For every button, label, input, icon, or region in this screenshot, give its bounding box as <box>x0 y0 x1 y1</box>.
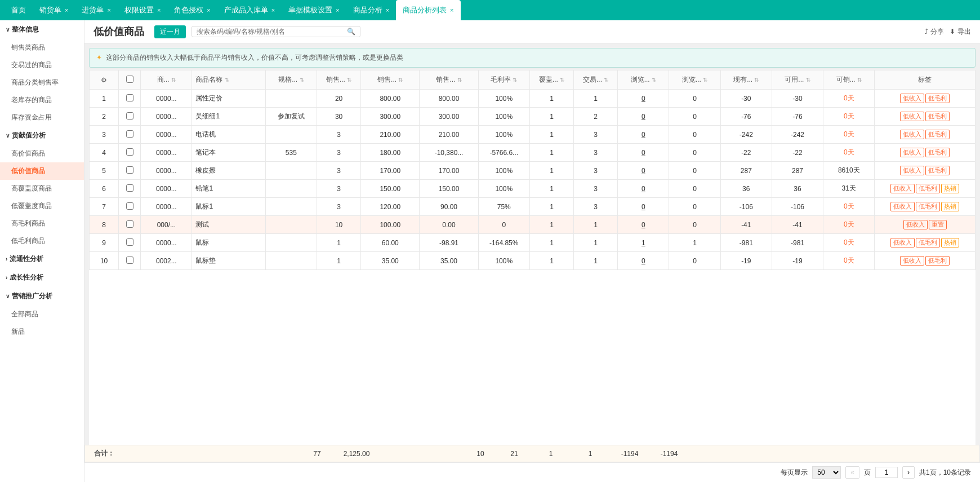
search-input[interactable] <box>197 28 347 36</box>
row-checkbox-cell[interactable] <box>119 90 141 108</box>
page-input[interactable] <box>875 467 898 478</box>
row-checkbox[interactable] <box>126 238 133 246</box>
sidebar-item-high-value[interactable]: 高价值商品 <box>0 145 84 162</box>
nav-template[interactable]: 单据模板设置 × <box>282 0 346 20</box>
sidebar-item-high-coverage[interactable]: 高覆盖度商品 <box>0 180 84 197</box>
share-button[interactable]: ⤴ 分享 <box>925 27 944 37</box>
row-checkbox-cell[interactable] <box>119 108 141 126</box>
row-view1-cell[interactable]: 0 <box>618 162 669 180</box>
row-checkbox-cell[interactable] <box>119 252 141 270</box>
th-margin[interactable]: 毛利率 ⇅ <box>478 70 529 90</box>
view1-link[interactable]: 0 <box>642 95 645 103</box>
nav-sales-close[interactable]: × <box>65 7 68 14</box>
row-checkbox-cell[interactable] <box>119 216 141 234</box>
th-sales-qty[interactable]: 销售... ⇅ <box>317 70 360 90</box>
nav-sales[interactable]: 销货单 × <box>33 0 75 20</box>
th-sales-amt[interactable]: 销售... ⇅ <box>361 70 420 90</box>
next-page-button[interactable]: › <box>902 466 915 479</box>
sidebar-item-low-coverage[interactable]: 低覆盖度商品 <box>0 197 84 215</box>
row-view1-cell[interactable]: 0 <box>618 144 669 162</box>
sidebar-item-stock-fund[interactable]: 库存资金占用 <box>0 109 84 126</box>
row-view1-cell[interactable]: 0 <box>618 108 669 126</box>
row-checkbox[interactable] <box>126 184 133 192</box>
th-code[interactable]: 商... ⇅ <box>141 70 192 90</box>
th-spec[interactable]: 规格... ⇅ <box>265 70 317 90</box>
row-view1-cell[interactable]: 0 <box>618 198 669 216</box>
view1-link[interactable]: 0 <box>642 185 645 193</box>
page-size-select[interactable]: 50 100 200 <box>812 466 841 479</box>
sidebar-item-high-margin[interactable]: 高毛利商品 <box>0 215 84 232</box>
row-checkbox[interactable] <box>126 112 133 120</box>
row-view1-cell[interactable]: 0 <box>618 126 669 144</box>
nav-permission-close[interactable]: × <box>157 7 161 14</box>
row-checkbox[interactable] <box>126 94 133 101</box>
nav-permission[interactable]: 权限设置 × <box>118 0 167 20</box>
sidebar-item-old-stock[interactable]: 老库存的商品 <box>0 91 84 109</box>
row-view1-cell[interactable]: 0 <box>618 180 669 198</box>
row-checkbox-cell[interactable] <box>119 180 141 198</box>
view1-link[interactable]: 0 <box>642 167 645 175</box>
nav-warehouse[interactable]: 产成品入库单 × <box>217 0 282 20</box>
th-sales-avg[interactable]: 销售... ⇅ <box>420 70 478 90</box>
view1-link[interactable]: 0 <box>642 149 645 157</box>
row-checkbox[interactable] <box>126 166 133 174</box>
sidebar-section-contribution[interactable]: ∨贡献值分析 <box>0 126 84 145</box>
row-checkbox[interactable] <box>126 202 133 210</box>
row-view1-cell[interactable]: 0 <box>618 90 669 108</box>
th-curr[interactable]: 现有... ⇅ <box>720 70 772 90</box>
time-filter-button[interactable]: 近一月 <box>154 25 186 38</box>
row-checkbox-cell[interactable] <box>119 126 141 144</box>
nav-analysis-close[interactable]: × <box>386 7 389 14</box>
sidebar-section-marketing[interactable]: ∨营销推广分析 <box>0 287 84 306</box>
sidebar-section-overall[interactable]: ∨整体信息 <box>0 20 84 39</box>
row-view1-cell[interactable]: 0 <box>618 216 669 234</box>
first-page-button[interactable]: « <box>845 466 859 479</box>
nav-analysis-list-close[interactable]: × <box>450 7 453 14</box>
row-checkbox[interactable] <box>126 257 133 264</box>
sidebar-item-all-products[interactable]: 全部商品 <box>0 306 84 323</box>
th-view2[interactable]: 浏览... ⇅ <box>669 70 720 90</box>
nav-template-close[interactable]: × <box>336 7 339 14</box>
nav-purchase[interactable]: 进货单 × <box>75 0 117 20</box>
th-cover[interactable]: 覆盖... ⇅ <box>529 70 573 90</box>
row-checkbox-cell[interactable] <box>119 234 141 252</box>
view1-link[interactable]: 0 <box>642 203 645 211</box>
th-settings[interactable]: ⚙ <box>90 70 119 90</box>
select-all-checkbox[interactable] <box>126 76 133 83</box>
sidebar-section-flow[interactable]: ›流通性分析 <box>0 250 84 268</box>
nav-role[interactable]: 角色授权 × <box>167 0 217 20</box>
view1-link[interactable]: 0 <box>642 257 645 265</box>
row-view1-cell[interactable]: 0 <box>618 252 669 270</box>
row-checkbox-cell[interactable] <box>119 144 141 162</box>
th-avail[interactable]: 可用... ⇅ <box>772 70 823 90</box>
nav-role-close[interactable]: × <box>207 7 210 14</box>
sidebar-item-new-products[interactable]: 新品 <box>0 323 84 341</box>
sidebar-item-category-rate[interactable]: 商品分类销售率 <box>0 74 84 91</box>
sidebar-item-sales-products[interactable]: 销售类商品 <box>0 39 84 56</box>
export-button[interactable]: ⬇ 导出 <box>950 27 971 37</box>
table-container[interactable]: ⚙ 商... ⇅ 商品名称 ⇅ 规格... ⇅ 销售... ⇅ 销售... ⇅ … <box>89 70 975 445</box>
nav-warehouse-close[interactable]: × <box>271 7 275 14</box>
view1-link[interactable]: 0 <box>642 221 645 229</box>
sidebar-section-growth[interactable]: ›成长性分析 <box>0 268 84 287</box>
th-checkbox[interactable] <box>119 70 141 90</box>
nav-purchase-close[interactable]: × <box>107 7 110 14</box>
nav-analysis[interactable]: 商品分析 × <box>346 0 396 20</box>
sidebar-item-low-value[interactable]: 低价值商品 <box>0 162 84 180</box>
view1-link[interactable]: 0 <box>642 131 645 139</box>
nav-analysis-list[interactable]: 商品分析列表 × <box>396 0 460 20</box>
nav-home[interactable]: 首页 <box>5 0 33 20</box>
row-checkbox[interactable] <box>126 130 133 138</box>
view1-link[interactable]: 1 <box>642 239 645 247</box>
row-checkbox-cell[interactable] <box>119 198 141 216</box>
row-checkbox-cell[interactable] <box>119 162 141 180</box>
th-name[interactable]: 商品名称 ⇅ <box>192 70 265 90</box>
search-icon[interactable]: 🔍 <box>347 28 355 36</box>
row-checkbox[interactable] <box>126 220 133 228</box>
th-sell[interactable]: 可销... ⇅ <box>823 70 875 90</box>
view1-link[interactable]: 0 <box>642 113 645 121</box>
th-trade[interactable]: 交易... ⇅ <box>574 70 618 90</box>
row-checkbox[interactable] <box>126 148 133 156</box>
sidebar-item-traded[interactable]: 交易过的商品 <box>0 56 84 74</box>
sidebar-item-low-margin[interactable]: 低毛利商品 <box>0 232 84 250</box>
